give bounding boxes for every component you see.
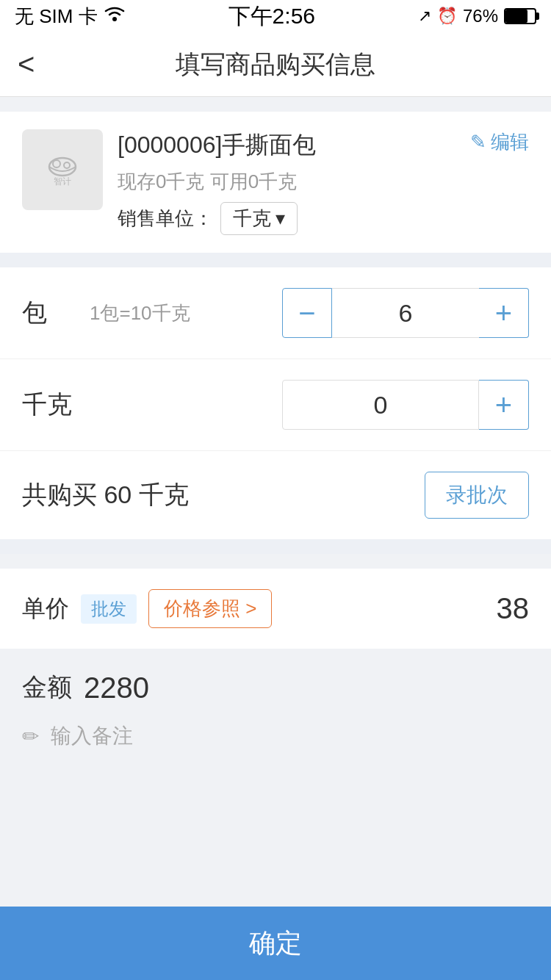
edit-icon: ✎ (470, 131, 486, 154)
alarm-icon: ⏰ (437, 7, 457, 26)
quantity-section: 包 1包=10千克 − + 千克 + 共购买 60 千克 录批次 (0, 267, 551, 539)
back-button[interactable]: < (18, 48, 35, 81)
product-image: 智计 (22, 129, 103, 210)
price-label: 单价 (22, 593, 69, 625)
bao-label: 包 (22, 296, 81, 330)
remark-placeholder: 输入备注 (51, 722, 133, 750)
location-icon: ↗ (418, 7, 431, 26)
price-badge: 批发 (81, 594, 137, 624)
amount-row: 金额 2280 (22, 671, 529, 705)
nav-bar: < 填写商品购买信息 (0, 32, 551, 97)
status-left: 无 SIM 卡 (15, 4, 126, 29)
bao-row: 包 1包=10千克 − + (0, 267, 551, 359)
amount-value: 2280 (84, 671, 149, 705)
price-ref-label: 价格参照 > (164, 596, 256, 621)
kg-plus-button[interactable]: + (479, 380, 529, 430)
battery-icon (504, 8, 536, 24)
section-separator-2 (0, 539, 551, 554)
product-stock: 现存0千克 可用0千克 (118, 169, 529, 195)
amount-label: 金额 (22, 671, 72, 705)
product-info: [0000006]手撕面包 现存0千克 可用0千克 销售单位： 千克 ▾ (118, 129, 529, 235)
remark-row[interactable]: ✏ 输入备注 (22, 722, 529, 750)
svg-point-3 (64, 162, 70, 168)
status-bar: 无 SIM 卡 下午2:56 ↗ ⏰ 76% (0, 0, 551, 32)
kg-input[interactable] (282, 380, 479, 430)
svg-text:智计: 智计 (54, 176, 71, 187)
price-value: 38 (497, 592, 530, 625)
section-separator-1 (0, 253, 551, 267)
edit-button[interactable]: ✎ 编辑 (470, 129, 529, 155)
kg-controls: + (282, 380, 529, 430)
unit-label: 销售单位： (118, 206, 213, 231)
kg-row: 千克 + (0, 359, 551, 451)
battery-percent: 76% (463, 6, 498, 26)
bao-plus-button[interactable]: + (479, 288, 529, 338)
chevron-down-icon: ▾ (276, 207, 285, 230)
product-unit-row: 销售单位： 千克 ▾ (118, 202, 529, 235)
svg-point-2 (53, 160, 60, 167)
pencil-icon: ✏ (22, 724, 39, 749)
bao-input[interactable] (332, 288, 479, 338)
product-name: [0000006]手撕面包 (118, 129, 529, 162)
bao-sublabel: 1包=10千克 (90, 300, 282, 326)
status-right: ↗ ⏰ 76% (418, 6, 536, 26)
batch-button[interactable]: 录批次 (425, 472, 529, 519)
kg-label: 千克 (22, 388, 81, 422)
confirm-button[interactable]: 确定 (0, 907, 551, 980)
price-section: 单价 批发 价格参照 > 38 (0, 569, 551, 649)
product-card: 智计 [0000006]手撕面包 现存0千克 可用0千克 销售单位： 千克 ▾ … (0, 112, 551, 253)
carrier-text: 无 SIM 卡 (15, 4, 98, 29)
unit-select[interactable]: 千克 ▾ (220, 202, 298, 235)
total-row: 共购买 60 千克 录批次 (0, 451, 551, 539)
bao-controls: − + (282, 288, 529, 338)
unit-value: 千克 (233, 206, 271, 231)
amount-section: 金额 2280 ✏ 输入备注 (0, 649, 551, 829)
total-label: 共购买 60 千克 (22, 478, 189, 512)
page-title: 填写商品购买信息 (176, 48, 375, 82)
status-time: 下午2:56 (228, 1, 315, 32)
edit-label: 编辑 (491, 129, 529, 155)
svg-point-1 (49, 158, 76, 176)
svg-point-0 (112, 17, 117, 21)
wifi-icon (104, 5, 126, 28)
bao-minus-button[interactable]: − (282, 288, 332, 338)
spacer (0, 829, 551, 907)
price-ref-button[interactable]: 价格参照 > (148, 589, 272, 628)
